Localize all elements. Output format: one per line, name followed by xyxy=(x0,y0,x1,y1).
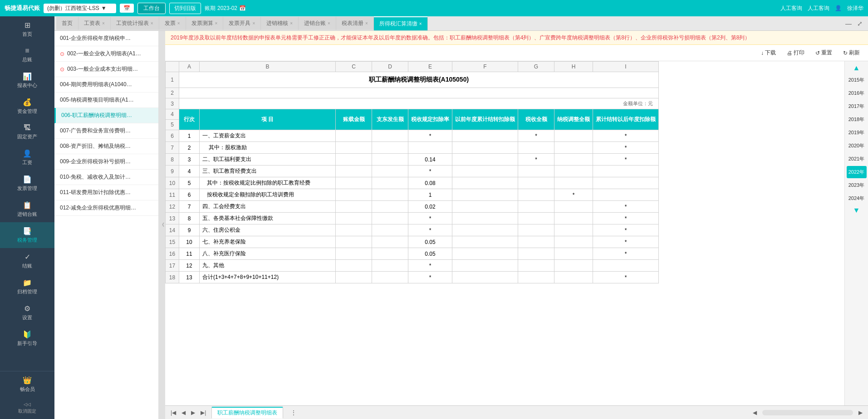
sidebar-item-unpin[interactable]: ◁◁ 取消固定 xyxy=(0,397,54,419)
sidebar-item-invoice-mgmt[interactable]: 📄 发票管理 xyxy=(0,171,54,196)
invoice-icon: 📄 xyxy=(23,175,32,184)
tab-label: 发票 xyxy=(165,19,176,27)
oldver-button[interactable]: 切到旧版 xyxy=(169,3,201,14)
tab-close-icon[interactable]: × xyxy=(365,21,368,26)
customer-service[interactable]: 人工客询 xyxy=(780,5,802,12)
year-2024[interactable]: 2024年 xyxy=(847,192,867,205)
title-cell: 职工薪酬纳税调整明细表(A105050) xyxy=(179,72,659,88)
refresh-button[interactable]: ↻ 刷新 xyxy=(840,48,863,58)
tab-sales-audit[interactable]: 进销稽核 × xyxy=(261,17,299,30)
year-2016[interactable]: 2016年 xyxy=(847,87,867,99)
tab-close-icon[interactable]: × xyxy=(290,21,293,26)
company-selector[interactable]: (勿删）江西赣宝-LSS ▼ xyxy=(44,4,116,13)
year-2018[interactable]: 2018年 xyxy=(847,113,867,126)
tab-close-icon[interactable]: × xyxy=(151,21,153,26)
tab-close-icon[interactable]: × xyxy=(252,21,255,26)
calendar-icon[interactable]: 📅 xyxy=(239,5,246,11)
left-panel-item-009[interactable]: 009-企业所得税弥补亏损明… xyxy=(54,154,158,170)
tab-invoice-calc[interactable]: 发票测算 × xyxy=(186,17,224,30)
tab-sales-ledger[interactable]: 进销台账 × xyxy=(299,17,336,30)
tab-close-icon[interactable]: × xyxy=(215,21,218,26)
sheet-prev-btn[interactable]: ◀ xyxy=(180,409,187,417)
tab-close-icon[interactable]: × xyxy=(177,21,180,26)
year-2019[interactable]: 2019年 xyxy=(847,127,867,139)
left-panel-item-011[interactable]: 011-研发费用加计扣除优惠… xyxy=(54,185,158,200)
left-panel-item-002[interactable]: ⊙ 002-一般企业收入明细表(A1… xyxy=(54,46,158,62)
item-label: 006-职工薪酬纳税调整明细… xyxy=(61,112,132,119)
sidebar-item-sales-purchase[interactable]: 📋 进销台账 xyxy=(0,196,54,222)
table-wrapper[interactable]: A B C D E F G H I xyxy=(165,61,844,405)
spreadsheet-with-year: A B C D E F G H I xyxy=(165,61,868,405)
left-panel-item-010[interactable]: 010-免税、减收收入及加计… xyxy=(54,170,158,185)
left-panel-item-001[interactable]: 001-企业所得税年度纳税申… xyxy=(54,31,158,46)
tab-close-icon[interactable]: × xyxy=(328,21,330,26)
sidebar-item-guide[interactable]: 🔰 新手引导 xyxy=(0,326,54,351)
tab-tax-book[interactable]: 税表清册 × xyxy=(336,17,374,30)
sheet-first-btn[interactable]: |◀ xyxy=(169,409,178,417)
print-button[interactable]: 🖨 打印 xyxy=(784,48,807,58)
table-row: 7 2 其中：股权激励 * xyxy=(166,142,659,154)
year-scroll-down[interactable]: ▼ xyxy=(852,205,861,215)
year-2022[interactable]: 2022年 xyxy=(847,166,867,178)
tab-invoice[interactable]: 发票 × xyxy=(159,17,186,30)
tab-minimize-btn[interactable]: — xyxy=(843,19,853,28)
tab-bar: 首页 工资表 × 工资统计报表 × 发票 × 发票测算 × xyxy=(54,16,868,31)
tab-label: 所得税汇算清缴 xyxy=(379,20,417,28)
sidebar-item-payroll[interactable]: 👤 工资 xyxy=(0,145,54,171)
horizontal-scrollbar[interactable] xyxy=(762,410,853,415)
sidebar-item-archive[interactable]: 📁 归档管理 xyxy=(0,274,54,300)
sidebar-item-close[interactable]: ✓ 结账 xyxy=(0,248,54,274)
scroll-right-btn[interactable]: ▶ xyxy=(857,409,864,417)
tab-payroll[interactable]: 工资表 × xyxy=(78,17,111,30)
left-panel-item-012[interactable]: 012-减免企业所得税优惠明细… xyxy=(54,200,158,216)
error-icon: ⊙ xyxy=(60,51,64,57)
sidebar-item-asset-mgmt[interactable]: 💰 资金管理 xyxy=(0,93,54,119)
row-3-num: 3 xyxy=(166,98,179,109)
sidebar-item-ledger[interactable]: ≡ 总账 xyxy=(0,42,54,68)
year-2020[interactable]: 2020年 xyxy=(847,140,867,152)
sidebar-item-settings[interactable]: ⚙ 设置 xyxy=(0,300,54,326)
sheet-next-btn[interactable]: ▶ xyxy=(189,409,197,417)
sheet-tab-payroll[interactable]: 职工薪酬纳税调整明细表 xyxy=(211,407,283,419)
scroll-left-btn[interactable]: ◀ xyxy=(751,409,759,417)
sidebar-item-tax-mgmt[interactable]: 📑 税务管理 xyxy=(0,222,54,248)
year-scroll-up[interactable]: ▲ xyxy=(852,63,861,73)
unit-cell: 金额单位：元 xyxy=(179,98,659,109)
tab-maximize-btn[interactable]: ⤢ xyxy=(855,19,864,28)
tab-invoice-open[interactable]: 发票开具 × xyxy=(223,17,261,30)
tab-label: 发票开具 xyxy=(229,19,250,27)
header-d: 支东发生额 xyxy=(372,109,408,130)
tab-income-tax[interactable]: 所得税汇算清缴 × xyxy=(374,16,428,30)
sidebar-item-home[interactable]: ⊞ 首页 xyxy=(0,16,54,42)
user-avatar[interactable]: 👤 xyxy=(835,5,842,11)
item-label: 012-减免企业所得税优惠明细… xyxy=(60,204,136,212)
left-panel-item-005[interactable]: 005-纳税调整项目明细表(A1… xyxy=(54,93,158,108)
year-2023[interactable]: 2023年 xyxy=(847,179,867,191)
calendar-icon-btn[interactable]: 📅 xyxy=(120,4,134,13)
tab-close-icon[interactable]: × xyxy=(419,21,422,26)
year-2017[interactable]: 2017年 xyxy=(847,100,867,112)
workbench-button[interactable]: 工作台 xyxy=(137,3,166,14)
sidebar-item-member[interactable]: 👑 畅会员 xyxy=(0,371,54,397)
tab-close-icon[interactable]: × xyxy=(102,21,105,26)
left-panel-item-007[interactable]: 007-广告费和业务宣传费明… xyxy=(54,123,158,139)
left-panel-item-006[interactable]: 006-职工薪酬纳税调整明细… xyxy=(54,108,158,123)
left-panel-item-003[interactable]: ⊙ 003-一般企业成本支出明细… xyxy=(54,62,158,77)
collapse-panel-button[interactable]: 《 xyxy=(159,31,165,419)
sidebar-item-fixed-asset[interactable]: 🏗 固定资产 xyxy=(0,119,54,145)
download-button[interactable]: ↓ 下载 xyxy=(758,48,779,58)
left-panel-item-008[interactable]: 008-资产折旧、摊销及纳税… xyxy=(54,139,158,154)
year-2015[interactable]: 2015年 xyxy=(847,74,867,86)
sheet-options-icon[interactable]: ⋮ xyxy=(290,409,297,416)
tab-payroll-report[interactable]: 工资统计报表 × xyxy=(111,17,159,30)
reset-button[interactable]: ↺ 重置 xyxy=(813,48,835,58)
sidebar-item-report[interactable]: 📊 报表中心 xyxy=(0,68,54,93)
sidebar-item-label: 首页 xyxy=(22,31,32,38)
tab-home[interactable]: 首页 xyxy=(56,17,78,30)
left-panel-item-004[interactable]: 004-期间费用明细表(A1040… xyxy=(54,77,158,93)
unpin-icon: ◁◁ xyxy=(24,402,31,407)
table-row: 10 5 其中：按税收规定比例扣除的职工教育经费 0.08 xyxy=(166,177,659,189)
sheet-last-btn[interactable]: ▶| xyxy=(199,409,208,417)
year-2021[interactable]: 2021年 xyxy=(847,153,867,165)
tab-label: 税表清册 xyxy=(342,19,363,27)
